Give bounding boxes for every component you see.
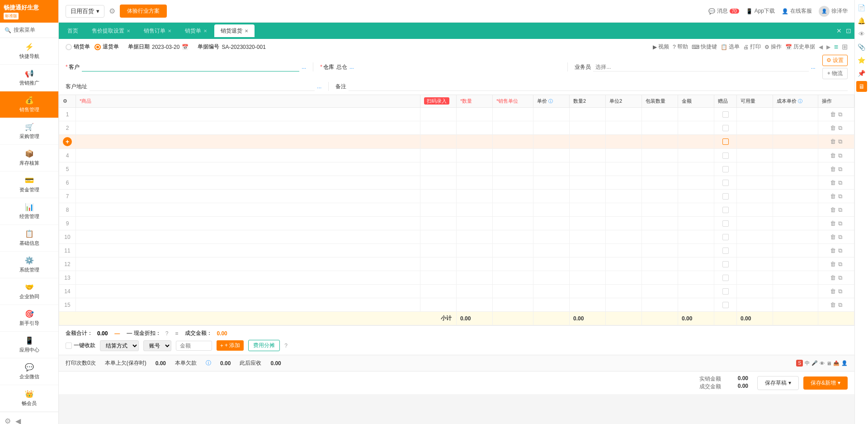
pkg-cell-2[interactable] bbox=[642, 121, 678, 135]
amount-cell-1[interactable] bbox=[678, 108, 714, 121]
tab-price-settings[interactable]: 售价提取设置 ✕ bbox=[85, 24, 137, 37]
qty2-cell-2[interactable] bbox=[570, 121, 606, 135]
pkg-cell-3[interactable] bbox=[642, 135, 678, 149]
pkg-cell-1[interactable] bbox=[642, 108, 678, 121]
sidebar-item-member[interactable]: 👑 畅会员 bbox=[0, 385, 58, 412]
save-new-btn[interactable]: 保存&新增 ▾ bbox=[803, 376, 848, 390]
this-overdue-icon[interactable]: ⓘ bbox=[206, 359, 211, 367]
unit-cell-1[interactable] bbox=[493, 108, 533, 121]
tab-sales-order-close[interactable]: ✕ bbox=[168, 29, 171, 33]
copy-icon[interactable]: ⧉ bbox=[838, 247, 842, 254]
sidebar-item-quick-nav[interactable]: ⚡ 快捷导航 bbox=[0, 38, 58, 65]
delete-icon[interactable]: 🗑 bbox=[830, 206, 836, 214]
add-row-btn[interactable]: + bbox=[63, 137, 72, 146]
delete-icon[interactable]: 🗑 bbox=[830, 261, 836, 268]
payment-method-select[interactable]: 结算方式 bbox=[100, 340, 139, 351]
add-row-cell[interactable]: + bbox=[59, 135, 76, 149]
delete-icon[interactable]: 🗑 bbox=[830, 166, 836, 173]
price-cell-1[interactable] bbox=[533, 108, 570, 121]
right-panel-clip-icon[interactable]: 📎 bbox=[856, 42, 867, 52]
right-panel-bell-icon[interactable]: 🔔 bbox=[856, 15, 867, 26]
copy-icon[interactable]: ⧉ bbox=[838, 233, 842, 241]
settings-side-btn[interactable]: ⚙ 设置 bbox=[822, 55, 848, 66]
delete-icon-2[interactable]: 🗑 bbox=[830, 124, 836, 132]
amount-cell-3[interactable] bbox=[678, 135, 714, 149]
tab-price-settings-close[interactable]: ✕ bbox=[127, 29, 130, 33]
calendar-icon[interactable]: 📅 bbox=[182, 44, 189, 50]
copy-icon[interactable]: ⧉ bbox=[838, 261, 842, 268]
qty-cell-1[interactable] bbox=[457, 108, 493, 121]
experience-btn[interactable]: 体验行业方案 bbox=[120, 5, 167, 18]
gift-cell-2[interactable] bbox=[714, 121, 737, 135]
unit2-cell-1[interactable] bbox=[606, 108, 642, 121]
maximize-icon[interactable]: ⊡ bbox=[845, 26, 852, 35]
add-payment-btn[interactable]: + + 添加 bbox=[217, 340, 244, 351]
sidebar-item-enterprise[interactable]: 🤝 企业协同 bbox=[0, 278, 58, 305]
sidebar-item-sales[interactable]: 💰 销售管理 bbox=[0, 91, 58, 118]
delete-icon-1[interactable]: 🗑 bbox=[830, 111, 836, 118]
copy-icon-3[interactable]: ⧉ bbox=[838, 138, 842, 145]
sidebar-item-purchase[interactable]: 🛒 采购管理 bbox=[0, 118, 58, 145]
account-no-select[interactable]: 账号 bbox=[143, 340, 171, 351]
fee-split-btn[interactable]: 费用分摊 bbox=[248, 340, 280, 351]
sidebar-item-basic[interactable]: 📋 基础信息 bbox=[0, 225, 58, 252]
qty-cell-3[interactable] bbox=[457, 135, 493, 149]
gift-cell-3[interactable] bbox=[714, 135, 737, 149]
delete-icon[interactable]: 🗑 bbox=[830, 274, 836, 281]
unit2-cell-2[interactable] bbox=[606, 121, 642, 135]
logistics-side-btn[interactable]: + 物流 bbox=[822, 68, 848, 79]
price-cell-3[interactable] bbox=[533, 135, 570, 149]
topbar-settings-icon[interactable]: ⚙ bbox=[109, 7, 115, 15]
copy-icon[interactable]: ⧉ bbox=[838, 166, 842, 173]
copy-icon[interactable]: ⧉ bbox=[838, 206, 842, 214]
delete-icon[interactable]: 🗑 bbox=[830, 152, 836, 159]
draft-dropdown-icon[interactable]: ▾ bbox=[788, 380, 791, 386]
right-panel-eye-icon[interactable]: 👁 bbox=[856, 29, 867, 39]
sidebar-item-appstore[interactable]: 📱 应用中心 bbox=[0, 332, 58, 358]
salesman-dots[interactable]: ... bbox=[811, 64, 816, 70]
next-record-icon[interactable]: ▶ bbox=[826, 44, 830, 50]
unit-cell-2[interactable] bbox=[493, 121, 533, 135]
tab-sales-bill[interactable]: 销货单 ✕ bbox=[179, 24, 213, 37]
quick-pay-checkbox[interactable]: 一键收款 bbox=[66, 342, 95, 349]
copy-icon[interactable]: ⧉ bbox=[838, 301, 842, 309]
online-service-item[interactable]: 👤 在线客服 bbox=[782, 7, 812, 15]
date-value[interactable]: 2023-03-20 bbox=[152, 44, 179, 50]
search-menu[interactable]: 🔍 搜索菜单 bbox=[0, 23, 58, 38]
app-download-item[interactable]: 📱 App下载 bbox=[746, 7, 775, 15]
sidebar-item-system[interactable]: ⚙️ 系统管理 bbox=[0, 252, 58, 278]
tab-sales-bill-close[interactable]: ✕ bbox=[203, 29, 207, 33]
address-dots[interactable]: ... bbox=[317, 83, 321, 90]
prev-record-icon[interactable]: ◀ bbox=[819, 44, 823, 50]
user-item[interactable]: 👤 徐泽华 bbox=[819, 6, 848, 17]
copy-icon[interactable]: ⧉ bbox=[838, 220, 842, 227]
grid-view-icon[interactable]: ⊞ bbox=[842, 43, 848, 51]
delete-icon[interactable]: 🗑 bbox=[830, 288, 836, 295]
goods-cell-3[interactable] bbox=[76, 135, 420, 149]
sidebar-item-guide[interactable]: 🎯 新手引导 bbox=[0, 305, 58, 332]
sidebar-item-operation[interactable]: 📊 经营管理 bbox=[0, 198, 58, 225]
copy-icon[interactable]: ⧉ bbox=[838, 193, 842, 200]
sidebar-item-marketing[interactable]: 📢 营销推广 bbox=[0, 65, 58, 91]
tab-sales-order[interactable]: 销售订单 ✕ bbox=[137, 24, 178, 37]
right-panel-star-icon[interactable]: ⭐ bbox=[856, 55, 867, 66]
copy-icon[interactable]: ⧉ bbox=[838, 152, 842, 159]
qty-cell-2[interactable] bbox=[457, 121, 493, 135]
delete-icon[interactable]: 🗑 bbox=[830, 301, 836, 309]
sidebar-item-wechat[interactable]: 💬 企业微信 bbox=[0, 358, 58, 385]
shortcut-btn[interactable]: ⌨ 快捷键 bbox=[692, 43, 717, 51]
address-input[interactable] bbox=[90, 82, 315, 91]
settings-bottom-icon[interactable]: ⚙ bbox=[5, 417, 11, 424]
unit2-cell-3[interactable] bbox=[606, 135, 642, 149]
delete-icon[interactable]: 🗑 bbox=[830, 220, 836, 227]
right-panel-doc-icon[interactable]: 📄 bbox=[856, 2, 867, 13]
list-view-icon[interactable]: ≡ bbox=[834, 43, 838, 51]
col-scan[interactable]: 扫码录入 bbox=[420, 95, 457, 108]
goods-cell-1[interactable] bbox=[76, 108, 420, 121]
price-cell-2[interactable] bbox=[533, 121, 570, 135]
goods-input-3[interactable] bbox=[80, 138, 416, 145]
delete-icon[interactable]: 🗑 bbox=[830, 233, 836, 241]
copy-icon[interactable]: ⧉ bbox=[838, 274, 842, 281]
qty2-cell-3[interactable] bbox=[570, 135, 606, 149]
industry-select[interactable]: 日用百货 ▾ bbox=[66, 5, 104, 18]
